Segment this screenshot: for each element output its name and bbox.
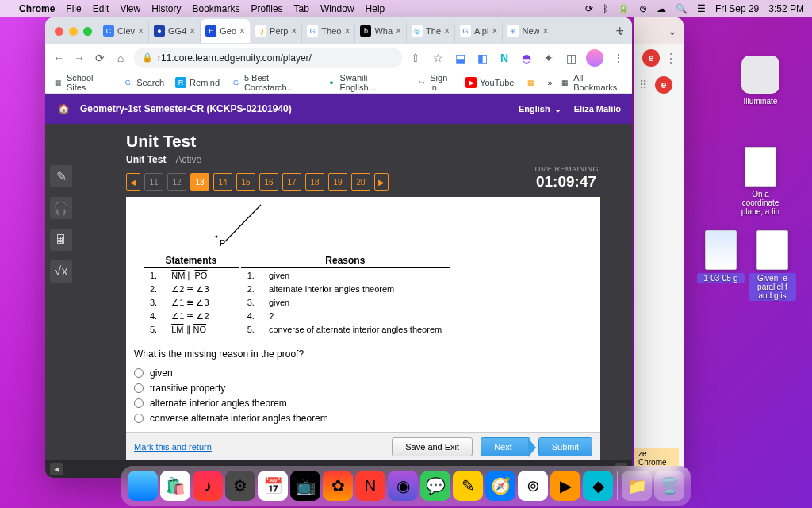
menu-bookmarks[interactable]: Bookmarks [193,3,240,14]
menu-history[interactable]: History [151,3,181,14]
menu-profiles[interactable]: Profiles [251,3,283,14]
radio-input[interactable] [134,398,144,408]
browser-tab[interactable]: ⊕New× [503,19,553,43]
wifi-icon[interactable]: ⊚ [639,3,647,14]
browser-tab[interactable]: ●GG4× [149,19,201,43]
extension-icon-2[interactable]: ◧ [475,51,489,65]
close-tab-icon[interactable]: × [492,25,497,37]
submit-button[interactable]: Submit [538,437,592,456]
dock-app3[interactable]: ◆ [583,471,613,501]
bookmark-item[interactable]: G5 Best Cornstarch... [231,73,316,92]
dock-news[interactable]: N [355,471,385,501]
question-number[interactable]: 12 [167,173,186,190]
menu-tab[interactable]: Tab [294,3,309,14]
browser-tab[interactable]: QPerp× [251,19,302,43]
dock-downloads[interactable]: 📁 [622,471,652,501]
next-question-button[interactable]: ▶ [374,173,389,190]
close-tab-icon[interactable]: × [138,25,144,37]
answer-option[interactable]: converse alternate interior angles theor… [134,413,592,424]
radio-input[interactable] [134,368,144,378]
close-tab-icon[interactable]: × [291,25,297,37]
question-number[interactable]: 15 [236,173,255,190]
share-icon[interactable]: ⇧ [408,51,423,65]
extensions-icon[interactable]: ✦ [542,51,556,65]
back-button[interactable]: ← [52,51,66,65]
bookmark-item[interactable]: RRemind [175,77,220,88]
browser-tab[interactable]: ◎The× [407,19,455,43]
question-number[interactable]: 16 [259,173,278,190]
desktop-file-given[interactable]: Given- e parallel f and g is [749,230,796,301]
dock-tv[interactable]: 📺 [290,471,320,501]
menu-view[interactable]: View [120,3,140,14]
bookmark-item[interactable]: ↪Sign in [416,73,454,92]
apps-icon[interactable]: ⠿ [639,79,647,91]
prev-question-button[interactable]: ◀ [126,173,140,190]
browser-tab[interactable]: CClev× [98,19,149,43]
background-chrome-window[interactable]: ⌄ e ⋮ ⠿ e ze Chrome [634,17,684,478]
home-icon[interactable]: 🏠 [56,102,71,116]
dock-calendar[interactable]: 📅 [258,471,288,501]
browser-tab[interactable]: GTheo× [302,19,355,43]
answer-option[interactable]: given [134,368,592,379]
profile-avatar[interactable] [586,49,603,67]
answer-option[interactable]: transitive property [134,383,592,394]
extension-icon-4[interactable]: ◓ [519,51,534,65]
formula-tool-icon[interactable]: √x [50,260,72,283]
control-center-icon[interactable]: ☰ [697,3,706,14]
bluetooth-icon[interactable]: ᛒ [603,3,608,14]
dock-safari[interactable]: 🧭 [485,471,515,501]
menu-date[interactable]: Fri Sep 29 [715,3,759,14]
radio-input[interactable] [134,383,144,393]
language-selector[interactable]: English ⌄ [519,104,561,114]
chrome-menu-icon[interactable]: ⋮ [611,51,626,65]
more-icon[interactable]: ⋮ [665,51,677,66]
bookmark-item[interactable]: GSearch [122,77,164,88]
close-tab-icon[interactable]: × [239,25,245,37]
close-tab-icon[interactable]: × [542,25,548,37]
menu-time[interactable]: 3:52 PM [768,3,804,14]
close-tab-icon[interactable]: × [396,25,401,37]
spotlight-icon[interactable]: 🔍 [676,3,688,14]
menu-edit[interactable]: Edit [93,3,109,14]
question-number[interactable]: 17 [282,173,301,190]
menu-window[interactable]: Window [320,3,354,14]
question-number[interactable]: 14 [213,173,232,190]
mark-return-link[interactable]: Mark this and return [134,442,212,452]
question-number[interactable]: 18 [305,173,324,190]
forward-button[interactable]: → [72,51,86,65]
dock-podcast[interactable]: ◉ [388,471,418,501]
dock-trash[interactable]: 🗑️ [654,471,684,501]
question-number[interactable]: 11 [144,173,163,190]
dock-app2[interactable]: ▶ [550,471,580,501]
next-button[interactable]: Next [481,437,530,456]
tab-overflow-button[interactable]: ⌄ [616,25,626,37]
desktop-file-dated[interactable]: 1-03-05-g [697,230,745,283]
all-bookmarks-button[interactable]: ▦ All Bookmarks [561,73,624,92]
chevron-down-icon[interactable]: ⌄ [668,25,677,37]
address-bar[interactable]: 🔒 r11.core.learn.edgenuity.com/player/ [134,48,402,68]
side-panel-icon[interactable]: ◫ [564,51,578,65]
close-tab-icon[interactable]: × [444,25,450,37]
profile-badge[interactable]: e [642,49,660,67]
dock-settings[interactable]: ⚙ [225,471,255,501]
menu-file[interactable]: File [66,3,81,14]
user-name[interactable]: Eliza Malilo [574,104,621,114]
star-icon[interactable]: ☆ [431,51,445,65]
bookmark-item[interactable]: ▶YouTube [465,77,514,88]
pencil-tool-icon[interactable]: ✎ [50,165,72,187]
home-button[interactable]: ⌂ [113,51,128,65]
search-icon[interactable]: ☁ [657,3,666,14]
close-tab-icon[interactable]: × [344,25,350,37]
headphones-tool-icon[interactable]: 🎧 [50,197,72,219]
dock-messages[interactable]: 💬 [420,471,450,501]
dock-music[interactable]: ♪ [193,471,223,501]
bookmark-item[interactable]: ▦ [525,77,536,88]
question-number[interactable]: 13 [190,173,209,190]
dock-app[interactable]: 🛍️ [160,471,190,501]
minimize-window-button[interactable] [69,27,78,36]
answer-option[interactable]: alternate interior angles theorem [134,398,592,409]
extension-icon[interactable]: ⬓ [453,51,467,65]
close-window-button[interactable] [55,27,63,36]
calculator-tool-icon[interactable]: 🖩 [50,229,72,251]
save-exit-button[interactable]: Save and Exit [392,437,473,456]
